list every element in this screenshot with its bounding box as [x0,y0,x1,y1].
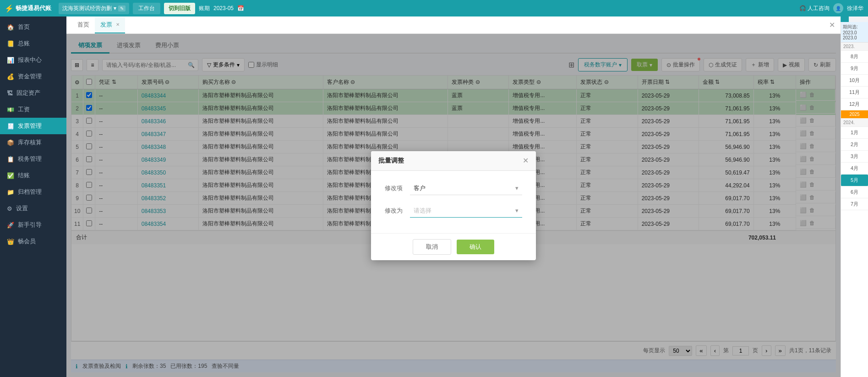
cal-active-indicator[interactable]: 2025 [841,110,868,119]
user-name: 徐泽华 [847,5,863,12]
sidebar-item-inventory[interactable]: 📦 库存核算 [0,134,66,151]
modal-close-icon[interactable]: ✕ [523,157,529,164]
settings-icon: ⚙ [7,205,12,212]
tab-bar: 首页 发票 ✕ ✕ [66,16,841,34]
modal-footer: 取消 确认 [371,233,536,260]
company-selector[interactable]: 沈海英测试经营勿删 ▾ ✎ [59,3,129,14]
period-value: 2023-05 [213,5,234,11]
cal-month-1[interactable]: 1月 [841,127,868,139]
modal-title: 批量调整 [378,157,404,165]
period-label: 账期 [199,5,210,12]
app-logo: ⚡ 畅捷通易代账 [5,4,55,13]
cal-year-2024: 2024. [841,119,868,127]
sidebar-item-archive[interactable]: 📁 归档管理 [0,184,66,200]
sidebar-item-home[interactable]: 🏠 首页 [0,19,66,35]
field-selector[interactable]: 客户 ▾ [410,182,522,195]
value-dropdown-icon: ▾ [515,207,519,214]
company-edit-icon[interactable]: ✎ [118,5,126,11]
sidebar-item-close[interactable]: ✅ 结账 [0,167,66,184]
open-invoice-sidebar-btn[interactable]: 开票通 [841,16,849,22]
headphone-icon: 🎧 [799,5,806,11]
cal-month-9[interactable]: 9月 [841,63,868,75]
main-content: 首页 发票 ✕ ✕ 销项发票 进项发票 费用小票 [66,16,841,377]
cal-month-3[interactable]: 3月 [841,151,868,163]
tab-home[interactable]: 首页 [72,17,95,33]
sidebar-item-member[interactable]: 👑 畅会员 [0,233,66,250]
value-label: 修改为 [385,207,410,215]
cal-month-6[interactable]: 6月 [841,186,868,198]
calendar-icon[interactable]: 📅 [237,5,244,11]
batch-adjust-modal: 批量调整 ✕ 修改项 客户 ▾ [371,151,536,260]
funds-icon: 💰 [7,73,14,80]
workspace-btn[interactable]: 工作台 [133,3,160,14]
support-btn[interactable]: 🎧 人工咨询 [799,5,830,12]
logo-icon: ⚡ [5,4,14,13]
value-selector[interactable]: 请选择 ▾ [410,204,522,218]
ledger-icon: 📒 [7,40,14,47]
content-area: 销项发票 进项发票 费用小票 ⊞ ≡ 🔍 ▽ 更多条件 [66,34,841,377]
tax-icon: 📋 [7,156,14,163]
cal-notice-area: 期间选: 2023.0 2023.0 [841,22,868,43]
sidebar-item-tax[interactable]: 📋 税务管理 [0,151,66,167]
value-placeholder: 请选择 [414,207,431,215]
archive-icon: 📁 [7,189,14,196]
tab-collapse-icon[interactable]: ✕ [829,21,835,29]
switch-old-btn[interactable]: 切到旧版 [164,3,195,14]
close-account-icon: ✅ [7,172,14,179]
sidebar-item-guide[interactable]: 🚀 新手引导 [0,217,66,233]
cal-month-2[interactable]: 2月 [841,139,868,151]
field-value: 客户 [414,184,426,192]
value-row: 修改为 请选择 ▾ [385,204,522,218]
cal-month-8[interactable]: 8月 [841,51,868,63]
inventory-icon: 📦 [7,139,14,146]
cal-year-2023: 2023. [841,43,868,51]
salary-icon: 💵 [7,106,14,113]
sidebar-item-settings[interactable]: ⚙ 设置 [0,200,66,217]
tab-invoice[interactable]: 发票 ✕ [95,17,125,33]
modal-overlay[interactable]: 批量调整 ✕ 修改项 客户 ▾ [66,34,841,377]
sidebar-item-reports[interactable]: 📊 报表中心 [0,52,66,68]
sidebar-item-funds[interactable]: 💰 资金管理 [0,68,66,85]
modal-header: 批量调整 ✕ [371,151,536,171]
reports-icon: 📊 [7,57,14,64]
company-dropdown-icon: ▾ [114,5,116,11]
cal-month-5-active[interactable]: 5月 [841,175,868,186]
field-row: 修改项 客户 ▾ [385,182,522,195]
tab-close-icon[interactable]: ✕ [116,22,120,27]
sidebar: 🏠 首页 📒 总账 📊 报表中心 💰 资金管理 🏗 固定资产 💵 工资 🧾 发票… [0,16,66,377]
cal-month-12[interactable]: 12月 [841,98,868,110]
sidebar-item-ledger[interactable]: 📒 总账 [0,35,66,52]
cal-month-4[interactable]: 4月 [841,163,868,175]
cal-month-11[interactable]: 11月 [841,87,868,98]
user-avatar: 👤 [833,3,843,13]
right-panel: 开票通 期间选: 2023.0 2023.0 2023. 8月 9月 10月 1… [841,16,868,377]
cal-month-10[interactable]: 10月 [841,75,868,87]
calendar-panel: 期间选: 2023.0 2023.0 2023. 8月 9月 10月 11月 1… [841,22,868,377]
cancel-btn[interactable]: 取消 [413,239,451,255]
sidebar-item-salary[interactable]: 💵 工资 [0,101,66,118]
member-icon: 👑 [7,238,14,245]
modal-body: 修改项 客户 ▾ 修改为 请选择 ▾ [371,171,536,233]
home-icon: 🏠 [7,24,14,31]
cal-month-7[interactable]: 7月 [841,198,868,210]
assets-icon: 🏗 [7,90,13,97]
invoice-icon: 🧾 [7,123,14,130]
field-dropdown-icon: ▾ [515,185,519,191]
sidebar-item-invoice[interactable]: 🧾 发票管理 [0,118,66,134]
top-bar: ⚡ 畅捷通易代账 沈海英测试经营勿删 ▾ ✎ 工作台 切到旧版 账期 2023-… [0,0,868,16]
field-label: 修改项 [385,184,410,192]
guide-icon: 🚀 [7,222,14,229]
sidebar-item-assets[interactable]: 🏗 固定资产 [0,85,66,101]
confirm-btn[interactable]: 确认 [457,240,494,254]
